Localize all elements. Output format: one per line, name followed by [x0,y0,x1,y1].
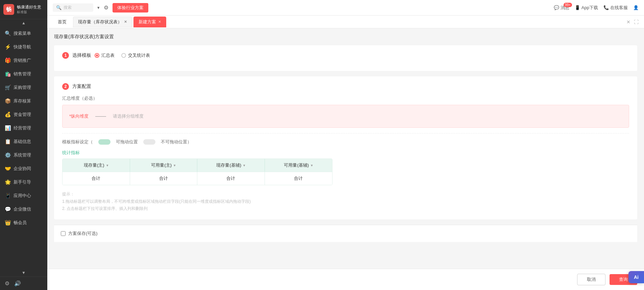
save-label[interactable]: 方案保存(可选) [68,231,98,237]
logo-text: 畅康通好生意 标准版 [17,4,41,15]
step2-title: 方案配置 [72,83,91,90]
tab-close-inventory[interactable]: ✕ [124,20,127,24]
vip-icon: 👑 [5,220,11,226]
stats-table: 现存量(主) ▾ 可用量(主) ▾ 现存量(基辅) ▾ 可用量(基辅) ▾ [62,159,332,185]
col-header-1[interactable]: 可用量(主) ▾ [130,159,198,172]
stats-label: 统计指标 [62,150,629,156]
online-service-btn[interactable]: 📞 在线客服 [603,5,628,11]
radio-dot-summary [96,54,98,56]
logo-icon: 畅 [3,4,14,15]
newbie-icon: 🌟 [5,179,11,185]
tab-new-scheme[interactable]: 新建方案 ✕ [133,17,166,27]
content-area: 现存量(库存状况表)方案设置 1 选择模板 汇总表 交叉统计表 [47,28,644,269]
section-divider-1 [62,133,629,134]
dim-section-label: 汇总维度（必选） [62,95,629,101]
tab-expand-icon[interactable]: ⛶ [634,19,639,25]
basic-icon: 📋 [5,139,11,145]
col-body-0: 合计 [63,172,130,185]
sidebar-item-wechat[interactable]: 💬 企业微信 [0,202,47,216]
sidebar-item-purchase[interactable]: 🛒 采购管理 [0,81,47,94]
sales-icon: 🛍️ [5,71,11,77]
settings-icon[interactable]: ⚙ [5,280,9,287]
sidebar-item-operations[interactable]: 📊 经营管理 [0,121,47,135]
chevron-icon-2: ▾ [243,163,245,168]
sidebar-item-marketing[interactable]: 🎁 营销推广 [0,54,47,67]
sidebar-bottom: ⚙ 🔊 [0,276,47,290]
sidebar-nav: 🔍 搜索菜单 ⚡ 快捷导航 🎁 营销推广 🛍️ 销售管理 🛒 采购管理 📦 库存… [0,27,47,269]
top-header: 🔍 搜索 ▾ ⚙ 体验行业方案 💬 消息 99+ 📱 App下载 📞 在线客服 … [47,0,644,16]
quicknav-icon: ⚡ [5,44,11,50]
enterprise-icon: 🤝 [5,166,11,172]
tip-2: 2. 点击标题栏下拉可设置排序、插入列和删除列 [62,205,629,213]
marketing-icon: 🎁 [5,57,11,64]
sidebar-scroll-down[interactable]: ▼ [0,269,47,276]
service-icon: 📞 [603,5,609,10]
search-icon-header: 🔍 [56,5,61,10]
sidebar-item-search[interactable]: 🔍 搜索菜单 [0,27,47,40]
stats-header: 现存量(主) ▾ 可用量(主) ▾ 现存量(基辅) ▾ 可用量(基辅) ▾ [63,159,332,172]
sidebar-item-newbie[interactable]: 🌟 新手引导 [0,175,47,189]
sidebar-item-vip[interactable]: 👑 畅会员 [0,216,47,229]
tab-close-new-scheme[interactable]: ✕ [158,20,161,24]
step1-header: 1 选择模板 汇总表 交叉统计表 [62,52,629,59]
main-area: 🔍 搜索 ▾ ⚙ 体验行业方案 💬 消息 99+ 📱 App下载 📞 在线客服 … [47,0,644,290]
col-header-2[interactable]: 现存量(基辅) ▾ [197,159,265,172]
sidebar-item-enterprise[interactable]: 🤝 企业协同 [0,162,47,175]
header-right: 💬 消息 99+ 📱 App下载 📞 在线客服 👤 [554,5,639,11]
col-body-3: 合计 [265,172,332,185]
header-search[interactable]: 🔍 搜索 [53,3,93,12]
sidebar: 畅 畅康通好生意 标准版 ▲ 🔍 搜索菜单 ⚡ 快捷导航 🎁 营销推广 🛍️ 销… [0,0,47,290]
cancel-button[interactable]: 取消 [577,274,605,285]
radio-cross[interactable]: 交叉统计表 [121,52,150,58]
sidebar-item-system[interactable]: ⚙️ 系统管理 [0,148,47,162]
dimension-box[interactable]: *纵向维度 —— 请选择分组维度 [62,105,629,128]
tab-close-all-icon[interactable]: ✕ [626,19,630,25]
chevron-icon-1: ▾ [174,163,176,168]
messages-btn[interactable]: 💬 消息 99+ [554,5,569,11]
step2-card: 2 方案配置 汇总维度（必选） *纵向维度 —— 请选择分组维度 模板指标设定（… [54,76,637,219]
system-icon: ⚙️ [5,152,11,158]
purchase-icon: 🛒 [5,84,11,91]
col-header-0[interactable]: 现存量(主) ▾ [63,159,130,172]
dim-placeholder: 请选择分组维度 [113,113,144,119]
wechat-icon: 💬 [5,206,11,212]
tabs-controls: ✕ ⛶ [626,19,639,25]
radio-circle-cross [121,53,126,58]
operations-icon: 📊 [5,125,11,131]
inventory-icon: 📦 [5,98,11,104]
step1-card: 1 选择模板 汇总表 交叉统计表 [54,45,637,71]
sidebar-scroll-up[interactable]: ▲ [0,19,47,27]
dim-required-label: *纵向维度 [69,113,89,119]
template-radio-group: 汇总表 交叉统计表 [95,52,150,58]
stats-body: 合计 合计 合计 合计 [63,172,332,185]
sidebar-item-appcenter[interactable]: 📱 应用中心 [0,189,47,202]
tip-1: 1.拖动标题栏可以调整布局，不可跨维度或指标区域拖动栏目字段(只能在同一维度或指… [62,198,629,206]
message-icon: 💬 [554,5,559,10]
radio-circle-summary [95,53,99,58]
radio-summary[interactable]: 汇总表 [95,52,115,58]
sidebar-item-basic[interactable]: 📋 基础信息 [0,135,47,148]
col-body-2: 合计 [197,172,265,185]
sound-icon[interactable]: 🔊 [14,280,21,287]
step1-title: 选择模板 [72,52,91,58]
sidebar-item-quicknav[interactable]: ⚡ 快捷导航 [0,40,47,54]
header-dropdown[interactable]: ▾ [97,5,100,10]
tip-label: 提示： [62,191,629,198]
step2-badge: 2 [62,83,69,90]
save-checkbox[interactable] [61,231,66,236]
tab-home[interactable]: 首页 [53,17,72,27]
sidebar-item-sales[interactable]: 🛍️ 销售管理 [0,67,47,81]
tips-section: 提示： 1.拖动标题栏可以调整布局，不可跨维度或指标区域拖动栏目字段(只能在同一… [62,191,629,213]
sidebar-item-finance[interactable]: 💰 资金管理 [0,108,47,121]
sidebar-item-inventory[interactable]: 📦 库存核算 [0,94,47,108]
page-title: 现存量(库存状况表)方案设置 [54,34,637,40]
col-header-3[interactable]: 可用量(基辅) ▾ [265,159,332,172]
user-icon: 👤 [633,5,639,10]
user-avatar[interactable]: 👤 [633,5,639,10]
ai-float-button[interactable]: Ai [628,271,644,283]
app-download-btn[interactable]: 📱 App下载 [575,5,598,11]
download-icon: 📱 [575,5,580,10]
trial-btn[interactable]: 体验行业方案 [113,3,148,13]
tab-inventory-status[interactable]: 现存量（库存状况表） ✕ [73,17,132,27]
settings-gear-icon[interactable]: ⚙ [104,4,108,11]
